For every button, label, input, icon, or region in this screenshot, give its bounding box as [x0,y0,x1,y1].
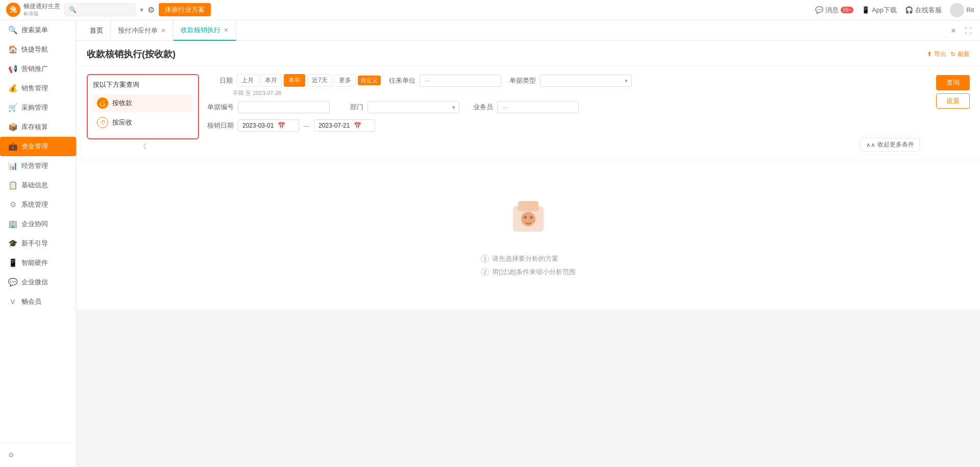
sidebar: 🔍 搜索菜单 🏠 快捷导航 📢 营销推广 💰 销售管理 🛒 采购管理 📦 库存核… [0,20,77,467]
page-header: 收款核销执行(按收款) ⬆ 导出 ↻ 刷新 [77,41,980,66]
tab-home[interactable]: 首页 [83,20,111,41]
sidebar-item-label: 基础信息 [21,181,48,190]
salesperson-label: 业务员 [468,103,493,112]
dept-select[interactable] [368,101,459,113]
topbar-dropdown-icon[interactable]: ▾ [140,6,143,14]
date-sub-text: 不限 至 2023-07-26 [233,90,281,96]
sidebar-item-wechat[interactable]: 💬 企业微信 [0,273,76,292]
verify-date-end-input[interactable]: 2023-07-21 📅 [314,119,375,132]
operations-icon: 📊 [8,161,17,170]
export-button[interactable]: ⬆ 导出 [927,50,946,59]
sidebar-item-base-info[interactable]: 📋 基础信息 [0,176,76,195]
query-button[interactable]: 查询 [936,75,970,90]
salesperson-input[interactable]: ··· [497,101,579,113]
sidebar-item-label: 企业协同 [21,219,48,229]
filter-row-1: 日期 上月 本月 本年 近7天 更多 自定义 [207,74,930,87]
base-info-icon: 📋 [8,181,17,190]
search-icon: 🔍 [69,6,77,13]
svg-rect-1 [518,201,538,211]
filter-settings-button[interactable]: 设置 [936,93,970,109]
filter-by-receivable[interactable]: ⏱ 按应收 [93,114,193,131]
date-btn-last-month[interactable]: 上月 [237,74,258,87]
calendar-icon: 📅 [278,122,285,129]
sidebar-item-finance[interactable]: 💼 资金管理 [0,137,76,156]
sidebar-item-search-menu[interactable]: 🔍 搜索菜单 [0,20,76,40]
salesperson-field: 业务员 ··· [468,101,579,113]
sidebar-item-guide[interactable]: 🎓 新手引导 [0,234,76,253]
verify-date-start-input[interactable]: 2023-03-01 📅 [238,119,299,132]
refresh-button[interactable]: ↻ 刷新 [950,50,970,59]
filter-collapse-button[interactable]: 《 [87,142,199,152]
sidebar-item-sales[interactable]: 💰 销售管理 [0,79,76,98]
date-btn-this-year[interactable]: 本年 [284,74,305,87]
messages-label: 消息 [825,6,839,15]
enterprise-icon: 🏢 [8,219,17,229]
avatar [950,3,964,17]
sidebar-item-enterprise[interactable]: 🏢 企业协同 [0,214,76,234]
date-range-dash: — [303,122,310,130]
tab-prepay-close[interactable]: ✕ [161,27,166,34]
verify-date-end-value: 2023-07-21 [318,122,350,129]
export-icon: ⬆ [927,51,932,58]
hardware-icon: 📱 [8,258,17,267]
collapse-icon: 《 [139,142,146,152]
wechat-icon: 💬 [8,278,17,287]
empty-state: 1 请先选择要分析的方案 2 用[过滤]条件来缩小分析范围 [77,160,980,309]
date-btn-more[interactable]: 更多 [334,74,356,87]
filter-by-receipt[interactable]: 💰 按收款 [93,94,193,112]
sidebar-item-quick-nav[interactable]: 🏠 快捷导航 [0,40,76,59]
topbar-right: 💬 消息 99+ 📱 App下载 🎧 在线客服 Rit [815,3,974,17]
page-content: 收款核销执行(按收款) ⬆ 导出 ↻ 刷新 按以下方案 [77,41,980,467]
verify-date-start-value: 2023-03-01 [242,122,274,129]
by-receipt-icon: 💰 [97,97,108,109]
sidebar-item-operations[interactable]: 📊 经营管理 [0,156,76,176]
settings-icon[interactable]: ⚙ [148,5,155,15]
sidebar-bottom: ⚙ [0,443,76,467]
more-conditions-button[interactable]: ∧∧ 收起更多条件 [861,138,920,152]
tab-close-all-button[interactable]: ✕ [948,24,959,37]
date-btn-7days[interactable]: 近7天 [307,74,332,87]
app-download-button[interactable]: 📱 App下载 [862,6,897,15]
messages-button[interactable]: 💬 消息 99+ [815,6,853,15]
partner-input[interactable]: ··· [420,75,501,87]
sidebar-item-member[interactable]: V 畅会员 [0,292,76,311]
filter-actions: 查询 设置 [936,74,970,152]
solution-button[interactable]: 体验行业方案 [159,3,211,16]
tip-num-2: 2 [481,268,489,276]
tab-prepay-label: 预付冲应付单 [118,26,158,35]
search-menu-icon: 🔍 [8,26,17,35]
sidebar-item-marketing[interactable]: 📢 营销推广 [0,59,76,79]
doc-type-field: 单据类型 [509,75,632,87]
tab-prepay-offset[interactable]: 预付冲应付单 ✕ [111,20,174,41]
message-icon: 💬 [815,6,823,14]
sidebar-item-purchase[interactable]: 🛒 采购管理 [0,98,76,117]
user-info[interactable]: Rit [950,3,974,17]
sidebar-item-label: 库存核算 [21,122,48,132]
sidebar-item-system[interactable]: ⚙ 系统管理 [0,195,76,214]
purchase-icon: 🛒 [8,103,17,112]
dept-select-wrap [368,101,459,113]
empty-tips: 1 请先选择要分析的方案 2 用[过滤]条件来缩小分析范围 [481,252,575,279]
logo-icon: 兔 [6,3,20,17]
messages-badge: 99+ [841,7,853,13]
customer-service-button[interactable]: 🎧 在线客服 [905,6,942,15]
doc-no-input[interactable] [238,101,330,113]
sidebar-settings-button[interactable]: ⚙ [0,447,76,463]
sidebar-item-hardware[interactable]: 📱 智能硬件 [0,253,76,273]
tab-receipt-offset[interactable]: 收款核销执行 ✕ [174,20,236,41]
filter-form-area: 日期 上月 本月 本年 近7天 更多 自定义 [207,74,970,152]
doc-type-select[interactable] [540,75,632,87]
sidebar-item-label: 企业微信 [21,278,48,287]
sidebar-item-inventory[interactable]: 📦 库存核算 [0,117,76,137]
sidebar-item-label: 新手引导 [21,239,48,248]
tab-receipt-close[interactable]: ✕ [224,27,229,34]
sidebar-item-label: 采购管理 [21,103,48,112]
export-label: 导出 [934,50,946,59]
tabbar-actions: ✕ ⛶ [948,24,974,37]
doc-no-field: 单据编号 [207,101,330,113]
sidebar-item-label: 销售管理 [21,84,48,93]
page-actions: ⬆ 导出 ↻ 刷新 [927,50,970,59]
customer-service-label: 在线客服 [915,6,942,15]
date-btn-this-month[interactable]: 本月 [260,74,282,87]
tab-expand-button[interactable]: ⛶ [963,24,974,37]
